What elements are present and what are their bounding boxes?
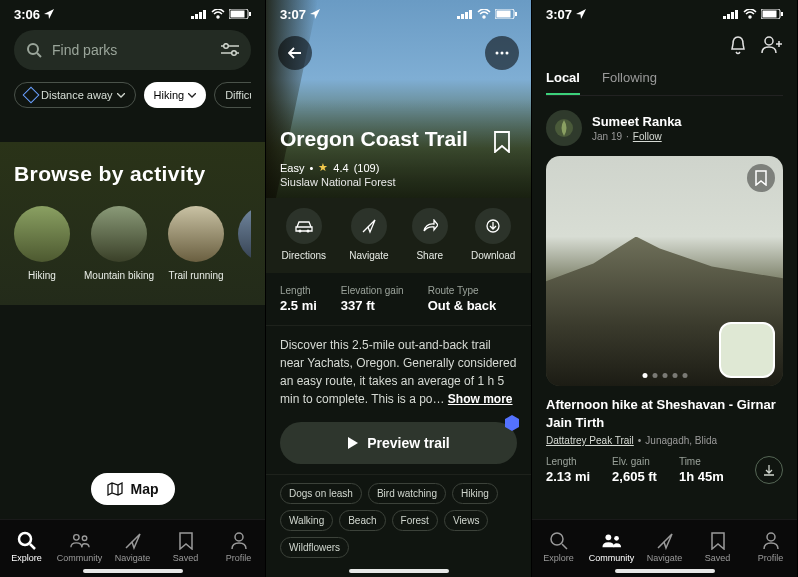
activity-image	[238, 206, 251, 262]
tag[interactable]: Hiking	[452, 483, 498, 504]
svg-rect-20	[465, 12, 468, 19]
avatar[interactable]	[546, 110, 582, 146]
svg-rect-32	[723, 16, 726, 19]
action-download[interactable]: Download	[471, 208, 515, 261]
map-button[interactable]: Map	[91, 473, 175, 505]
svg-point-29	[306, 230, 309, 233]
wifi-icon	[477, 9, 491, 19]
filter-distance[interactable]: Distance away	[14, 82, 136, 108]
tab-saved[interactable]: Saved	[691, 531, 744, 563]
download-icon	[486, 219, 500, 233]
tab-navigate[interactable]: Navigate	[106, 531, 159, 563]
chevron-down-icon	[117, 93, 125, 98]
status-bar: 3:06	[0, 0, 265, 28]
tab-explore[interactable]: Explore	[532, 531, 585, 563]
activity-trail-running[interactable]: Trail running	[168, 206, 224, 281]
svg-point-27	[506, 52, 509, 55]
back-button[interactable]	[278, 36, 312, 70]
show-more-link[interactable]: Show more	[448, 392, 513, 406]
share-icon	[422, 219, 438, 233]
activity-more[interactable]: B	[238, 206, 251, 281]
svg-point-7	[28, 44, 38, 54]
bookmark-button[interactable]	[747, 164, 775, 192]
trail-link[interactable]: Dattatrey Peak Trail	[546, 435, 634, 446]
tag[interactable]: Bird watching	[368, 483, 446, 504]
svg-rect-21	[469, 10, 472, 19]
tab-community[interactable]: Community	[585, 531, 638, 563]
play-icon	[347, 436, 359, 450]
feed-tabs: Local Following	[546, 70, 783, 96]
preview-trail-button[interactable]: Preview trail	[280, 422, 517, 464]
svg-rect-24	[515, 12, 517, 16]
svg-point-12	[232, 51, 237, 56]
bookmark-icon	[711, 532, 725, 550]
filter-hiking[interactable]: Hiking	[144, 82, 207, 108]
feed-tab-local[interactable]: Local	[546, 70, 580, 95]
svg-rect-3	[203, 10, 206, 19]
tab-navigate[interactable]: Navigate	[638, 531, 691, 563]
tag[interactable]: Forest	[392, 510, 438, 531]
action-directions[interactable]: Directions	[282, 208, 326, 261]
status-bar: 3:07	[266, 0, 531, 28]
svg-rect-35	[735, 10, 738, 19]
map-icon	[107, 482, 123, 496]
signal-icon	[191, 9, 207, 19]
bookmark-button[interactable]	[487, 127, 517, 157]
svg-point-10	[224, 44, 229, 49]
location-arrow-icon	[576, 9, 586, 19]
post-title: Afternoon hike at Sheshavan - Girnar Jai…	[532, 386, 797, 435]
trail-hero: 3:07 Oregon Coast Trail Easy	[266, 0, 531, 198]
search-field[interactable]: Find parks	[14, 30, 251, 70]
status-time: 3:06	[14, 7, 40, 22]
bookmark-icon	[179, 532, 193, 550]
car-icon	[295, 219, 313, 233]
add-user-icon[interactable]	[761, 36, 783, 54]
feed-tab-following[interactable]: Following	[602, 70, 657, 95]
svg-point-28	[298, 230, 301, 233]
home-indicator[interactable]	[349, 569, 449, 573]
action-share[interactable]: Share	[412, 208, 448, 261]
tab-profile[interactable]: Profile	[212, 531, 265, 563]
tab-community[interactable]: Community	[53, 531, 106, 563]
svg-point-13	[19, 533, 31, 545]
svg-rect-18	[457, 16, 460, 19]
biking-image	[91, 206, 147, 262]
svg-point-39	[765, 37, 773, 45]
svg-rect-5	[231, 11, 245, 18]
post-image[interactable]	[546, 156, 783, 386]
premium-badge-icon	[503, 414, 521, 432]
action-navigate[interactable]: Navigate	[349, 208, 388, 261]
carousel-dots	[642, 373, 687, 378]
tag[interactable]: Dogs on leash	[280, 483, 362, 504]
tab-profile[interactable]: Profile	[744, 531, 797, 563]
svg-marker-31	[505, 415, 519, 431]
follow-link[interactable]: Follow	[633, 131, 662, 142]
signal-icon	[723, 9, 739, 19]
post-trail-meta: Dattatrey Peak Trail • Junagadh, Blida	[532, 435, 797, 446]
tab-explore[interactable]: Explore	[0, 531, 53, 563]
svg-line-8	[37, 53, 41, 57]
trail-tags: Dogs on leash Bird watching Hiking Walki…	[266, 474, 531, 566]
more-button[interactable]	[485, 36, 519, 70]
search-icon	[549, 531, 569, 551]
tag[interactable]: Beach	[339, 510, 385, 531]
people-filled-icon	[602, 533, 622, 549]
sliders-icon[interactable]	[221, 43, 239, 57]
tag[interactable]: Wildflowers	[280, 537, 349, 558]
home-indicator[interactable]	[615, 569, 715, 573]
user-name[interactable]: Sumeet Ranka	[592, 114, 682, 129]
search-bold-icon	[17, 531, 37, 551]
activity-hiking[interactable]: Hiking	[14, 206, 70, 281]
forest-name: Siuslaw National Forest	[280, 176, 517, 188]
tag[interactable]: Views	[444, 510, 489, 531]
filter-difficulty[interactable]: Difficulty	[214, 82, 251, 108]
download-button[interactable]	[755, 456, 783, 484]
tag[interactable]: Walking	[280, 510, 333, 531]
search-placeholder: Find parks	[52, 42, 117, 58]
svg-rect-19	[461, 14, 464, 19]
mini-map[interactable]	[719, 322, 775, 378]
bell-icon[interactable]	[729, 35, 747, 55]
home-indicator[interactable]	[83, 569, 183, 573]
activity-mountain-biking[interactable]: Mountain biking	[84, 206, 154, 281]
tab-saved[interactable]: Saved	[159, 531, 212, 563]
